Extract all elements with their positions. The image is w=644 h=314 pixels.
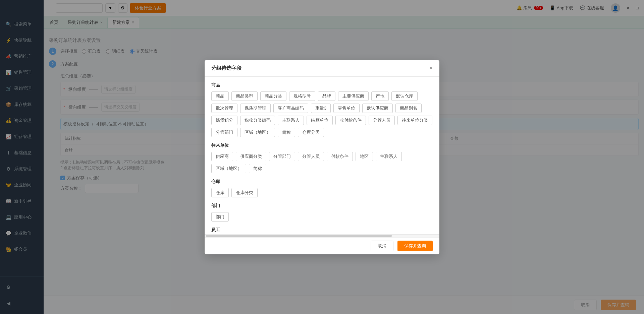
field-section-1: 往来单位供应商供应商分类分管部门分管人员付款条件地区主联系人区域（地区）简称 bbox=[211, 142, 433, 173]
field-tag-0-14[interactable]: 商品别名 bbox=[395, 104, 422, 113]
field-tag-0-13[interactable]: 默认供应商 bbox=[362, 104, 393, 113]
section-title-2: 仓库 bbox=[211, 179, 433, 185]
field-tag-0-10[interactable]: 客户商品编码 bbox=[273, 104, 308, 113]
modal-overlay: 分组待选字段 × 商品商品商品类型商品分类规格型号品牌主要供应商产地默认仓库批次… bbox=[0, 0, 644, 314]
section-title-0: 商品 bbox=[211, 82, 433, 88]
field-section-4: 员工业务员 bbox=[211, 227, 433, 235]
field-tag-1-1[interactable]: 供应商分类 bbox=[236, 152, 266, 161]
field-tag-0-17[interactable]: 主联系人 bbox=[278, 116, 304, 125]
field-tag-0-5[interactable]: 主要供应商 bbox=[338, 91, 369, 101]
field-tag-0-12[interactable]: 零售单位 bbox=[333, 104, 360, 113]
field-tag-0-11[interactable]: 重量3 bbox=[311, 104, 331, 113]
field-tag-0-24[interactable]: 简称 bbox=[278, 128, 295, 137]
field-tag-0-18[interactable]: 结算单位 bbox=[307, 116, 333, 125]
field-section-0: 商品商品商品类型商品分类规格型号品牌主要供应商产地默认仓库批次管理保质期管理客户… bbox=[211, 82, 433, 137]
section-title-4: 员工 bbox=[211, 227, 433, 233]
field-tags-0: 商品商品类型商品分类规格型号品牌主要供应商产地默认仓库批次管理保质期管理客户商品… bbox=[211, 91, 433, 137]
field-tag-0-20[interactable]: 分管人员 bbox=[369, 116, 395, 125]
modal-cancel-btn[interactable]: 取消 bbox=[371, 241, 393, 251]
field-tag-0-8[interactable]: 批次管理 bbox=[211, 104, 237, 113]
field-tag-1-0[interactable]: 供应商 bbox=[211, 152, 233, 161]
modal-dialog: 分组待选字段 × 商品商品商品类型商品分类规格型号品牌主要供应商产地默认仓库批次… bbox=[205, 60, 439, 254]
field-tag-0-16[interactable]: 税收分类编码 bbox=[240, 116, 275, 125]
section-title-1: 往来单位 bbox=[211, 142, 433, 148]
modal-body: 商品商品商品类型商品分类规格型号品牌主要供应商产地默认仓库批次管理保质期管理客户… bbox=[205, 77, 439, 235]
field-tag-2-1[interactable]: 仓库分类 bbox=[231, 188, 258, 197]
field-tag-1-2[interactable]: 分管部门 bbox=[269, 152, 295, 161]
modal-title: 分组待选字段 bbox=[211, 65, 241, 71]
field-tag-0-21[interactable]: 往来单位分类 bbox=[397, 116, 432, 125]
field-tag-1-8[interactable]: 简称 bbox=[249, 164, 266, 173]
field-section-3: 部门部门 bbox=[211, 203, 433, 222]
modal-hscroll[interactable] bbox=[205, 234, 439, 237]
field-tag-0-22[interactable]: 分管部门 bbox=[211, 128, 237, 137]
field-tag-0-15[interactable]: 拣货积分 bbox=[211, 116, 237, 125]
field-tag-1-5[interactable]: 地区 bbox=[356, 152, 373, 161]
field-tag-2-0[interactable]: 仓库 bbox=[211, 188, 229, 197]
field-tags-1: 供应商供应商分类分管部门分管人员付款条件地区主联系人区域（地区）简称 bbox=[211, 152, 433, 173]
field-tag-0-0[interactable]: 商品 bbox=[211, 91, 229, 101]
field-tag-0-7[interactable]: 默认仓库 bbox=[391, 91, 418, 101]
field-tag-1-6[interactable]: 主联系人 bbox=[376, 152, 402, 161]
field-tag-0-9[interactable]: 保质期管理 bbox=[240, 104, 271, 113]
modal-save-btn[interactable]: 保存并查询 bbox=[397, 241, 433, 251]
field-tags-3: 部门 bbox=[211, 212, 433, 222]
field-tag-0-2[interactable]: 商品分类 bbox=[260, 91, 286, 101]
field-tag-0-6[interactable]: 产地 bbox=[371, 91, 389, 101]
field-tag-1-7[interactable]: 区域（地区） bbox=[211, 164, 246, 173]
field-tag-0-3[interactable]: 规格型号 bbox=[289, 91, 315, 101]
field-tag-1-3[interactable]: 分管人员 bbox=[298, 152, 324, 161]
field-tag-0-1[interactable]: 商品类型 bbox=[231, 91, 258, 101]
field-tag-0-4[interactable]: 品牌 bbox=[318, 91, 335, 101]
modal-header: 分组待选字段 × bbox=[205, 60, 439, 77]
field-tag-0-19[interactable]: 收付款条件 bbox=[335, 116, 366, 125]
field-tag-3-0[interactable]: 部门 bbox=[211, 212, 229, 222]
section-title-3: 部门 bbox=[211, 203, 433, 209]
field-section-2: 仓库仓库仓库分类 bbox=[211, 179, 433, 197]
modal-footer: 取消 保存并查询 bbox=[205, 238, 439, 254]
field-tag-1-4[interactable]: 付款条件 bbox=[327, 152, 353, 161]
field-tags-2: 仓库仓库分类 bbox=[211, 188, 433, 197]
modal-close-btn[interactable]: × bbox=[429, 65, 433, 71]
field-tag-0-25[interactable]: 仓库分类 bbox=[298, 128, 324, 137]
field-tag-0-23[interactable]: 区域（地区） bbox=[240, 128, 275, 137]
